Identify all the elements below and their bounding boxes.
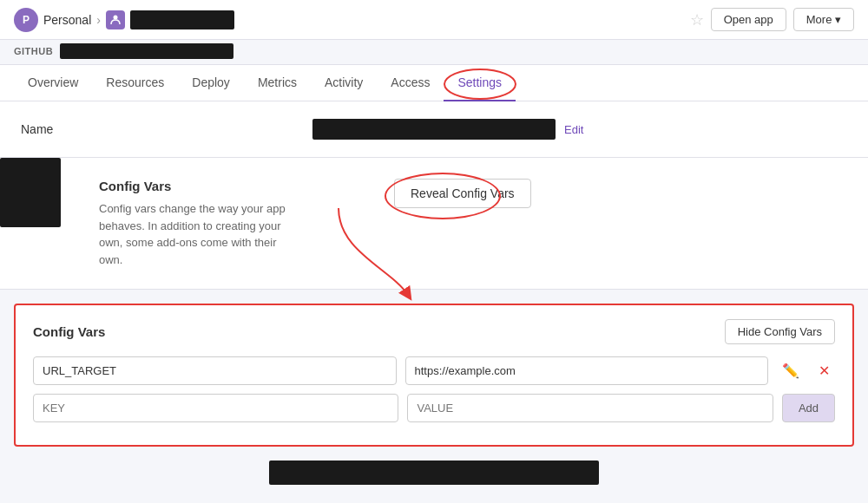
config-value-input-existing[interactable] [405, 356, 769, 385]
add-config-var-button[interactable]: Add [782, 394, 835, 422]
panel-title: Config Vars [33, 324, 105, 339]
app-icon [106, 10, 125, 29]
github-value-redacted [60, 43, 233, 59]
tab-resources[interactable]: Resources [92, 65, 178, 101]
tab-access[interactable]: Access [377, 65, 444, 101]
personal-label[interactable]: Personal [43, 13, 91, 27]
config-vars-description: Config vars change the way your app beha… [99, 200, 290, 268]
left-redacted-block [0, 158, 61, 227]
panel-header: Config Vars Hide Config Vars [33, 319, 835, 344]
breadcrumb-separator: › [96, 13, 101, 27]
open-app-button[interactable]: Open app [711, 8, 786, 31]
config-vars-panel: Config Vars Hide Config Vars ✏️ ✕ Add [14, 304, 854, 447]
config-vars-title: Config Vars [99, 179, 307, 193]
top-bar: P Personal › ☆ Open app More ▾ [0, 0, 868, 40]
config-var-row-new: Add [33, 394, 835, 422]
avatar: P [14, 8, 38, 32]
bottom-redacted-bar [269, 461, 599, 485]
new-value-input[interactable] [407, 394, 773, 422]
name-label: Name [21, 122, 73, 136]
edit-name-link[interactable]: Edit [564, 123, 583, 136]
config-vars-left: Config Vars Config vars change the way y… [99, 179, 307, 268]
annotation-arrow [321, 199, 460, 304]
new-key-input[interactable] [33, 394, 398, 422]
bottom-area [0, 461, 868, 485]
favorite-icon[interactable]: ☆ [690, 10, 704, 29]
tab-overview[interactable]: Overview [14, 65, 92, 101]
hide-config-vars-button[interactable]: Hide Config Vars [725, 319, 835, 344]
tab-metrics[interactable]: Metrics [244, 65, 311, 101]
edit-config-var-button[interactable]: ✏️ [777, 359, 805, 382]
config-vars-reveal-area: Reveal Config Vars [394, 179, 531, 208]
more-button[interactable]: More ▾ [793, 8, 854, 31]
reveal-config-vars-button[interactable]: Reveal Config Vars [394, 179, 531, 208]
app-name-redacted [130, 10, 234, 29]
config-vars-section: Config Vars Config vars change the way y… [0, 158, 868, 290]
github-row: GITHUB [0, 40, 868, 65]
tab-activity[interactable]: Activity [311, 65, 377, 101]
config-var-row-existing: ✏️ ✕ [33, 356, 835, 385]
top-bar-actions: ☆ Open app More ▾ [690, 8, 854, 31]
breadcrumb: P Personal › [14, 8, 234, 32]
github-label: GITHUB [14, 46, 53, 56]
config-key-input-existing[interactable] [33, 356, 397, 385]
name-section: Name Edit [0, 101, 868, 158]
tab-settings[interactable]: Settings [444, 65, 516, 101]
tab-navigation: Overview Resources Deploy Metrics Activi… [0, 65, 868, 101]
name-value-redacted [312, 119, 556, 140]
tab-deploy[interactable]: Deploy [178, 65, 244, 101]
svg-point-0 [113, 15, 117, 19]
delete-config-var-button[interactable]: ✕ [813, 359, 835, 382]
